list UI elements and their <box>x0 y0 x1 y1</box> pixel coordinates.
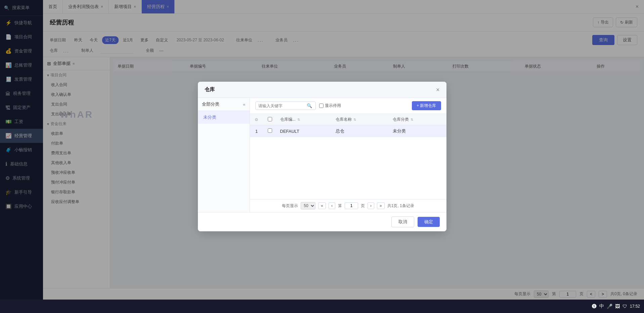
modal-row-checkbox-cell <box>263 125 277 137</box>
confirm-button[interactable]: 确定 <box>418 217 440 227</box>
taskbar-time: 17:52 <box>630 304 640 309</box>
taskbar-icon-1[interactable]: 🅢 <box>592 304 597 309</box>
modal-body: 全部分类 « 未分类 🔍 显示停用 <box>198 98 446 212</box>
modal-sidebar-scroll: 未分类 <box>198 111 250 212</box>
modal-warehouse-table: ⚙ 仓库编... ⇅ 仓库名称 <box>250 114 446 137</box>
modal-th-settings[interactable]: ⚙ <box>250 114 263 125</box>
modal-first-page-btn[interactable]: « <box>318 202 326 209</box>
modal-title: 仓库 <box>205 86 215 93</box>
modal-page-input[interactable] <box>345 202 358 209</box>
taskbar-icon-3[interactable]: 🎤 <box>607 304 612 309</box>
modal-th-code-label: 仓库编... <box>280 117 296 122</box>
modal-per-page-label: 每页显示 <box>282 203 298 209</box>
sort-icon-category: ⇅ <box>411 118 413 121</box>
modal-table-container: ⚙ 仓库编... ⇅ 仓库名称 <box>250 114 446 199</box>
sort-icon-code: ⇅ <box>297 118 300 121</box>
cancel-button[interactable]: 取消 <box>391 217 414 227</box>
modal-table-row[interactable]: 1 DEFAULT 总仓 未分类 <box>250 125 446 137</box>
modal-row-checkbox[interactable] <box>268 128 272 133</box>
modal-search-input[interactable] <box>258 104 305 108</box>
modal-sidebar-header: 全部分类 « <box>198 98 250 111</box>
taskbar-icon-4[interactable]: 🖼 <box>615 304 620 309</box>
sort-icon-name: ⇅ <box>353 118 356 121</box>
taskbar-icon-5[interactable]: 🛡 <box>622 304 627 309</box>
modal-close-btn[interactable]: × <box>436 87 440 93</box>
modal-overlay[interactable]: 仓库 × 全部分类 « 未分类 🔍 <box>0 0 644 313</box>
taskbar: 🅢 中 🎤 🖼 🛡 17:52 <box>0 300 644 313</box>
warehouse-modal: 仓库 × 全部分类 « 未分类 🔍 <box>198 82 446 231</box>
modal-th-category-label: 仓库分类 <box>393 117 409 122</box>
modal-footer: 取消 确定 <box>198 212 446 231</box>
modal-prev-page-btn[interactable]: ‹ <box>329 202 335 209</box>
show-disabled-checkbox[interactable] <box>319 104 324 108</box>
modal-next-page-btn[interactable]: › <box>368 202 374 209</box>
modal-main-content: 🔍 显示停用 + 新增仓库 ⚙ <box>250 98 446 212</box>
modal-page-suffix: 页 <box>361 203 365 209</box>
modal-row-name: 总仓 <box>332 125 389 137</box>
modal-sidebar-collapse-btn[interactable]: « <box>243 102 245 107</box>
show-disabled-label[interactable]: 显示停用 <box>319 103 341 109</box>
modal-row-num: 1 <box>250 125 263 137</box>
modal-th-name-label: 仓库名称 <box>336 117 352 122</box>
modal-search-icon: 🔍 <box>307 103 312 108</box>
modal-pagination: 每页显示 50 « ‹ 算 页 › » 共1页, 1条记录 <box>250 199 446 212</box>
modal-header: 仓库 × <box>198 82 446 98</box>
taskbar-icon-2[interactable]: 中 <box>599 303 604 309</box>
col-settings-icon[interactable]: ⚙ <box>255 117 258 122</box>
modal-th-checkbox <box>263 114 277 125</box>
modal-search-box: 🔍 <box>255 102 316 110</box>
modal-toolbar: 🔍 显示停用 + 新增仓库 <box>250 98 446 114</box>
modal-page-label: 算 <box>338 203 342 209</box>
modal-th-name[interactable]: 仓库名称 ⇅ <box>332 114 389 125</box>
modal-total: 共1页, 1条记录 <box>387 203 414 209</box>
modal-select-all-checkbox[interactable] <box>268 117 272 121</box>
modal-th-code[interactable]: 仓库编... ⇅ <box>277 114 333 125</box>
show-disabled-text: 显示停用 <box>325 103 341 109</box>
add-warehouse-button[interactable]: + 新增仓库 <box>412 101 441 110</box>
modal-left-sidebar: 全部分类 « 未分类 <box>198 98 250 212</box>
modal-sidebar-all-label: 全部分类 <box>202 101 219 107</box>
modal-row-category: 未分类 <box>389 125 446 137</box>
modal-row-code: DEFAULT <box>277 125 333 137</box>
modal-per-page-select[interactable]: 50 <box>301 202 315 209</box>
modal-last-page-btn[interactable]: » <box>377 202 385 209</box>
modal-sidebar-item-unclassified[interactable]: 未分类 <box>198 111 250 124</box>
modal-th-category[interactable]: 仓库分类 ⇅ <box>389 114 446 125</box>
